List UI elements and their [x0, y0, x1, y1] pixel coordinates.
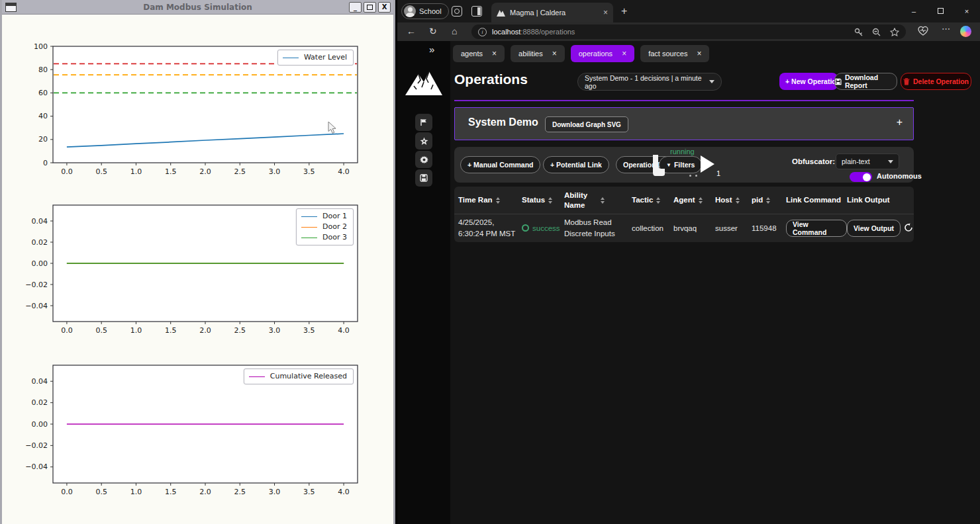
run-play-icon[interactable]: [701, 155, 714, 173]
tab-title: Magma | Caldera: [510, 9, 565, 17]
browser-menu-icon[interactable]: ⋯: [942, 24, 950, 34]
chip-close-icon[interactable]: ×: [697, 49, 701, 58]
chip-label: abilities: [518, 50, 543, 58]
browser-maximize-button[interactable]: [927, 7, 954, 15]
rerun-refresh-icon[interactable]: [904, 223, 913, 232]
favorites-star-icon[interactable]: [890, 28, 899, 36]
new-tab-button[interactable]: +: [621, 5, 627, 17]
chip-label: agents: [461, 50, 483, 58]
svg-text:3.5: 3.5: [303, 326, 315, 335]
svg-text:0.04: 0.04: [32, 377, 48, 386]
download-report-button[interactable]: Download Report: [834, 73, 897, 90]
nav-chips: agents×abilities×operations×fact sources…: [453, 45, 709, 62]
browser-tab-caldera[interactable]: Magma | Caldera ×: [491, 3, 613, 22]
home-icon[interactable]: ⌂: [452, 26, 457, 36]
chip-close-icon[interactable]: ×: [552, 49, 557, 58]
delete-operation-label: Delete Operation: [913, 77, 969, 85]
minimize-button[interactable]: _: [349, 2, 362, 13]
links-table: Time RanStatusAbility NameTacticAgentHos…: [454, 187, 914, 242]
svg-text:2.0: 2.0: [199, 488, 211, 496]
settings-gear-icon[interactable]: [415, 151, 432, 168]
legend-line-swatch: [301, 216, 317, 217]
sort-arrows-icon[interactable]: [548, 197, 552, 204]
success-ring-icon: [522, 224, 529, 232]
download-graph-svg-button[interactable]: Download Graph SVG: [545, 116, 628, 132]
svg-text:2.5: 2.5: [234, 326, 246, 335]
svg-text:3.0: 3.0: [269, 167, 281, 176]
filters-label: Filters: [674, 161, 695, 169]
operation-toolbar: + Manual Command + Potential Link Operat…: [454, 147, 914, 183]
operation-select[interactable]: System Demo - 1 decisions | a minute ago: [577, 73, 722, 91]
browser-essentials-icon[interactable]: [918, 26, 928, 36]
sort-arrows-icon[interactable]: [601, 197, 605, 204]
window-menu-icon[interactable]: [5, 3, 17, 12]
address-bar[interactable]: i localhost :8888/operations: [471, 24, 906, 39]
close-button[interactable]: X: [378, 2, 391, 13]
legend-entry: Door 2: [301, 222, 347, 232]
browser-tabstrip: School Magma | Caldera × + – ×: [397, 0, 980, 22]
copilot-icon[interactable]: [960, 26, 971, 37]
svg-text:0.02: 0.02: [32, 238, 48, 247]
sort-arrows-icon[interactable]: [656, 197, 660, 204]
zoom-out-icon[interactable]: [872, 28, 881, 36]
nav-chip-abilities[interactable]: abilities×: [511, 45, 565, 62]
sort-arrows-icon[interactable]: [496, 197, 500, 204]
split-screen-icon[interactable]: [471, 6, 482, 17]
back-icon[interactable]: ←: [407, 26, 416, 36]
svg-text:2.5: 2.5: [234, 488, 246, 496]
new-operation-button[interactable]: + New Operation: [779, 73, 838, 90]
legend-label: Door 1: [322, 211, 347, 222]
svg-text:0.02: 0.02: [32, 398, 48, 407]
chip-label: operations: [579, 50, 612, 58]
nav-chip-agents[interactable]: agents×: [453, 45, 505, 62]
browser-profile-button[interactable]: School: [401, 3, 449, 19]
browser-toolbar: ← ↻ ⌂ i localhost :8888/operations ⋯: [397, 22, 980, 41]
campaigns-flag-icon[interactable]: [415, 114, 432, 131]
sort-arrows-icon[interactable]: [766, 197, 770, 204]
obfuscator-select[interactable]: plain-text: [836, 153, 899, 169]
view-command-button[interactable]: View Command: [786, 220, 847, 237]
manual-command-button[interactable]: + Manual Command: [460, 156, 540, 173]
autonomous-toggle[interactable]: [850, 172, 872, 182]
column-header-host[interactable]: Host: [715, 195, 752, 205]
sort-arrows-icon[interactable]: [736, 197, 740, 204]
browser-window: School Magma | Caldera × + – × ← ↻ ⌂ i: [397, 0, 980, 524]
nav-chip-fact-sources[interactable]: fact sources×: [640, 45, 709, 62]
svg-text:0.5: 0.5: [95, 326, 107, 335]
password-key-icon[interactable]: [854, 28, 863, 36]
browser-close-button[interactable]: ×: [954, 7, 980, 15]
svg-text:3.5: 3.5: [303, 167, 315, 176]
plugins-icon[interactable]: [415, 132, 432, 150]
tab-close-icon[interactable]: ×: [603, 8, 608, 17]
save-server-icon[interactable]: [415, 169, 432, 187]
svg-text:2.0: 2.0: [199, 167, 211, 176]
browser-minimize-button[interactable]: –: [901, 7, 927, 15]
sidebar-expand-icon[interactable]: »: [429, 44, 434, 55]
nav-chip-operations[interactable]: operations×: [571, 45, 634, 62]
agent-cell: brvqaq: [673, 224, 715, 232]
column-header-status[interactable]: Status: [522, 195, 564, 205]
svg-text:1.0: 1.0: [130, 167, 142, 176]
column-header-pid[interactable]: pid: [752, 195, 786, 205]
column-header-time-ran[interactable]: Time Ran: [458, 195, 522, 205]
column-header-ability-name[interactable]: Ability Name: [564, 191, 632, 210]
maximize-button[interactable]: [364, 2, 376, 13]
mouse-cursor: [328, 122, 338, 135]
column-header-tactic[interactable]: Tactic: [632, 195, 673, 205]
view-output-button[interactable]: View Output: [847, 220, 901, 237]
svg-text:1.5: 1.5: [165, 488, 177, 496]
svg-text:1.0: 1.0: [130, 488, 142, 496]
chart-legend: Cumulative Released: [244, 369, 354, 384]
sort-arrows-icon[interactable]: [699, 197, 703, 204]
sim-titlebar[interactable]: Dam Modbus Simulation _ X: [2, 0, 393, 15]
chip-close-icon[interactable]: ×: [622, 49, 626, 58]
chip-close-icon[interactable]: ×: [492, 49, 497, 58]
panel-add-icon[interactable]: +: [897, 116, 903, 128]
profile-name: School: [419, 7, 442, 15]
potential-link-button[interactable]: + Potential Link: [543, 156, 609, 173]
delete-operation-button[interactable]: Delete Operation: [901, 73, 971, 90]
workspaces-icon[interactable]: [452, 6, 462, 17]
refresh-icon[interactable]: ↻: [429, 26, 437, 36]
site-info-icon[interactable]: i: [478, 28, 487, 36]
column-header-agent[interactable]: Agent: [673, 195, 715, 205]
